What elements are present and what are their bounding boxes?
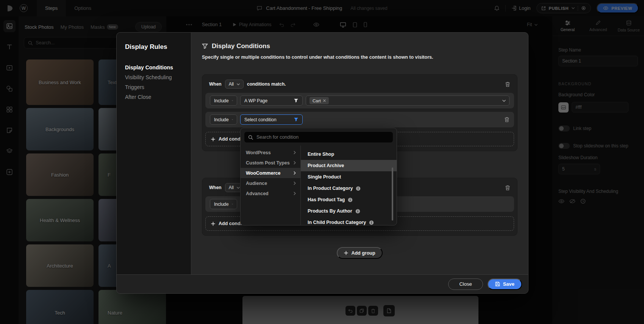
match-type-select[interactable]: All (225, 80, 244, 89)
info-icon (369, 220, 374, 225)
condition-type-select-open[interactable]: Select condition (240, 114, 303, 125)
include-select[interactable]: Include (210, 199, 237, 209)
chevron-right-icon (294, 182, 296, 185)
chevron-down-icon (237, 187, 240, 189)
search-icon (248, 135, 253, 140)
trash-icon (504, 117, 510, 122)
chevron-right-icon (294, 192, 296, 195)
condition-row: Include Select condition (205, 112, 514, 127)
info-icon (348, 197, 353, 202)
modal-header: Display Conditions (202, 42, 517, 50)
condition-options-list: Entire Shop Product Archive Single Produ… (301, 146, 397, 225)
when-label: When (209, 185, 222, 190)
filter-funnel-icon (294, 117, 299, 122)
close-button[interactable]: Close (448, 279, 483, 290)
modal-title: Display Conditions (212, 42, 270, 50)
modal-subtitle: Specify single or multiple conditions to… (202, 55, 517, 60)
option-in-child-product-category[interactable]: In Child Product Category (301, 217, 397, 225)
option-single-product[interactable]: Single Product (301, 171, 397, 183)
chevron-right-icon (294, 151, 296, 154)
chevron-right-icon (294, 161, 296, 164)
condition-picker-body: WordPress Custom Post Types WooCommerce … (241, 146, 397, 225)
option-products-by-author[interactable]: Products By Author (301, 205, 397, 217)
chevron-down-icon (237, 83, 240, 85)
match-suffix-label: conditions match. (247, 81, 286, 87)
condition-type-select[interactable]: A WP Page (240, 95, 303, 106)
condition-category-menu: WordPress Custom Post Types WooCommerce … (241, 146, 300, 225)
trash-icon (505, 185, 510, 191)
category-audience[interactable]: Audience (241, 178, 300, 188)
condition-search (244, 132, 393, 142)
nav-display-conditions[interactable]: Display Conditions (125, 64, 183, 70)
group-1-header: When All conditions match. (205, 78, 514, 90)
option-in-product-category[interactable]: In Product Category (301, 183, 397, 194)
category-custom-post-types[interactable]: Custom Post Types (241, 158, 300, 168)
add-group-button[interactable]: Add group (337, 247, 382, 259)
nav-triggers[interactable]: Triggers (125, 84, 183, 90)
condition-values-multiselect[interactable]: Cart (306, 95, 510, 106)
plus-icon (344, 251, 348, 255)
filter-funnel-icon (202, 43, 208, 49)
delete-condition-button[interactable] (504, 117, 510, 122)
condition-search-input[interactable] (256, 135, 389, 140)
app: W Steps Options Cart Abandonment - Free … (0, 0, 644, 324)
option-has-product-tag[interactable]: Has Product Tag (301, 194, 397, 205)
condition-row: Include A WP Page Cart (205, 93, 514, 108)
chevron-down-icon (232, 119, 233, 121)
category-advanced[interactable]: Advanced (241, 188, 300, 199)
modal-sidebar-title: Display Rules (125, 43, 183, 51)
when-label: When (209, 81, 222, 87)
delete-group-button[interactable] (505, 185, 510, 191)
plus-icon (211, 137, 215, 141)
chevron-right-icon (294, 171, 296, 175)
nav-after-close[interactable]: After Close (125, 94, 183, 100)
chevron-down-icon (232, 100, 233, 102)
filter-funnel-icon (294, 98, 299, 103)
include-select[interactable]: Include (210, 95, 237, 106)
info-icon (355, 209, 360, 214)
modal-sidebar-nav: Display Conditions Visibility Scheduling… (125, 64, 183, 100)
value-tag: Cart (309, 97, 329, 104)
scrollbar[interactable] (392, 167, 393, 221)
save-button[interactable]: Save (488, 279, 522, 290)
category-woocommerce[interactable]: WooCommerce (241, 168, 300, 178)
save-floppy-icon (495, 282, 500, 286)
nav-visibility-scheduling[interactable]: Visibility Scheduling (125, 74, 183, 80)
trash-icon (505, 81, 510, 87)
option-entire-shop[interactable]: Entire Shop (301, 149, 397, 160)
chevron-down-icon (232, 203, 233, 205)
info-icon (356, 186, 361, 191)
chevron-down-icon (502, 100, 506, 102)
remove-tag-icon[interactable] (323, 99, 326, 102)
delete-group-button[interactable] (505, 81, 510, 87)
option-product-archive[interactable]: Product Archive (301, 160, 397, 171)
condition-picker-dropdown: WordPress Custom Post Types WooCommerce … (240, 128, 397, 225)
include-select[interactable]: Include (210, 114, 237, 125)
modal-sidebar: Display Rules Display Conditions Visibil… (117, 33, 191, 274)
category-wordpress[interactable]: WordPress (241, 147, 300, 158)
plus-icon (211, 222, 215, 226)
modal-footer: Close Save (117, 274, 528, 293)
